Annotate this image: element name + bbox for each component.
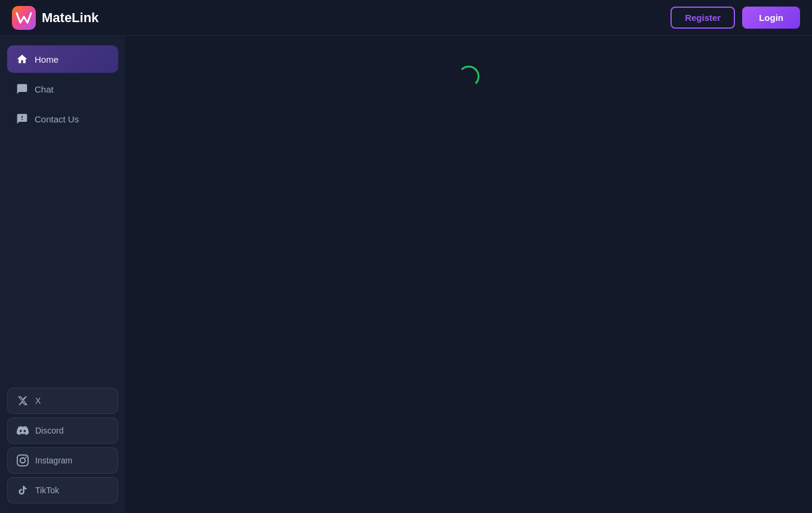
- sidebar-nav: Home Chat Contact Us: [7, 45, 118, 383]
- social-item-x-label: X: [35, 396, 41, 406]
- home-icon: [16, 53, 29, 66]
- instagram-icon: [16, 454, 29, 467]
- sidebar-item-chat-label: Chat: [35, 84, 54, 94]
- loading-spinner: [458, 66, 479, 87]
- brand-logo-icon: [12, 6, 36, 30]
- topnav: MateLink Register Login: [0, 0, 812, 36]
- social-item-instagram-label: Instagram: [35, 456, 72, 465]
- nav-buttons: Register Login: [670, 7, 800, 29]
- x-icon: [16, 394, 29, 407]
- sidebar-item-home[interactable]: Home: [7, 45, 118, 73]
- brand-logo-link[interactable]: MateLink: [12, 6, 99, 30]
- sidebar-social: X Discord Instagram: [7, 388, 118, 503]
- login-button[interactable]: Login: [742, 7, 800, 29]
- contact-icon: [16, 112, 29, 125]
- chat-icon: [16, 82, 29, 96]
- main-content: [125, 36, 812, 513]
- register-button[interactable]: Register: [670, 7, 735, 29]
- tiktok-icon: [16, 484, 29, 497]
- sidebar: Home Chat Contact Us: [0, 36, 125, 513]
- social-item-discord-label: Discord: [35, 426, 63, 435]
- sidebar-item-contact[interactable]: Contact Us: [7, 105, 118, 133]
- social-item-discord[interactable]: Discord: [7, 417, 118, 444]
- spinner-arc: [458, 66, 479, 87]
- social-item-tiktok[interactable]: TikTok: [7, 477, 118, 503]
- sidebar-item-contact-label: Contact Us: [35, 114, 79, 124]
- sidebar-item-chat[interactable]: Chat: [7, 75, 118, 103]
- sidebar-item-home-label: Home: [35, 54, 59, 64]
- social-item-instagram[interactable]: Instagram: [7, 447, 118, 474]
- discord-icon: [16, 424, 29, 437]
- social-item-tiktok-label: TikTok: [35, 486, 59, 495]
- brand-name-text: MateLink: [42, 10, 99, 26]
- main-layout: Home Chat Contact Us: [0, 36, 812, 513]
- social-item-x[interactable]: X: [7, 388, 118, 414]
